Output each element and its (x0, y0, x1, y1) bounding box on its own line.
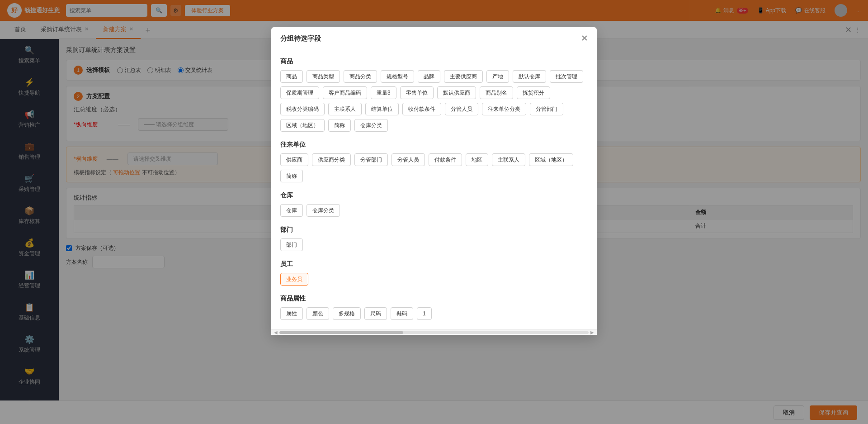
field-tag-5-3[interactable]: 尺码 (364, 307, 387, 320)
field-tag-0-22[interactable]: 分管部门 (530, 103, 563, 115)
hscroll-track (279, 331, 589, 334)
modal-dialog: 分组待选字段 ✕ 商品商品商品类型商品分类规格型号品牌主要供应商产地默认仓库批次… (271, 27, 597, 335)
modal-section-4: 员工业务员 (280, 260, 588, 286)
field-tag-0-12[interactable]: 零售单位 (400, 86, 434, 99)
field-tag-3-0[interactable]: 部门 (280, 238, 303, 251)
field-tags-4: 业务员 (280, 273, 588, 286)
field-tag-0-20[interactable]: 分管人员 (445, 103, 478, 115)
field-tags-5: 属性颜色多规格尺码鞋码1 (280, 307, 588, 320)
modal-section-5: 商品属性属性颜色多规格尺码鞋码1 (280, 295, 588, 320)
field-tag-0-21[interactable]: 往来单位分类 (482, 103, 526, 115)
field-tag-1-0[interactable]: 供应商 (280, 153, 308, 166)
field-tag-0-19[interactable]: 收付款条件 (402, 103, 441, 115)
hscroll-thumb (279, 331, 403, 334)
modal-close-button[interactable]: ✕ (581, 33, 588, 43)
field-tag-1-1[interactable]: 供应商分类 (312, 153, 351, 166)
field-tag-5-5[interactable]: 1 (417, 307, 432, 320)
section-title-5: 商品属性 (280, 295, 588, 303)
field-tag-0-5[interactable]: 主要供应商 (444, 70, 483, 83)
field-tag-1-4[interactable]: 付款条件 (429, 153, 462, 166)
field-tags-0: 商品商品类型商品分类规格型号品牌主要供应商产地默认仓库批次管理保质期管理客户商品… (280, 70, 588, 132)
modal-title: 分组待选字段 (280, 34, 321, 43)
modal-overlay: 分组待选字段 ✕ 商品商品商品类型商品分类规格型号品牌主要供应商产地默认仓库批次… (0, 0, 868, 424)
field-tag-0-9[interactable]: 保质期管理 (280, 86, 319, 99)
field-tag-4-0[interactable]: 业务员 (280, 273, 308, 286)
field-tag-0-8[interactable]: 批次管理 (550, 70, 583, 83)
field-tag-5-2[interactable]: 多规格 (333, 307, 361, 320)
modal-section-2: 仓库仓库仓库分类 (280, 191, 588, 217)
field-tag-0-10[interactable]: 客户商品编码 (323, 86, 367, 99)
field-tag-1-3[interactable]: 分管人员 (392, 153, 425, 166)
field-tag-0-1[interactable]: 商品类型 (307, 70, 340, 83)
field-tag-0-7[interactable]: 默认仓库 (513, 70, 546, 83)
field-tag-0-16[interactable]: 税收分类编码 (280, 103, 325, 115)
field-tag-0-4[interactable]: 品牌 (418, 70, 440, 83)
field-tag-0-13[interactable]: 默认供应商 (437, 86, 476, 99)
field-tag-0-0[interactable]: 商品 (280, 70, 303, 83)
field-tag-0-25[interactable]: 仓库分类 (354, 119, 388, 132)
field-tag-0-24[interactable]: 简称 (328, 119, 351, 132)
field-tags-2: 仓库仓库分类 (280, 204, 588, 217)
field-tag-5-1[interactable]: 颜色 (307, 307, 329, 320)
field-tag-0-17[interactable]: 主联系人 (328, 103, 362, 115)
field-tag-1-5[interactable]: 地区 (466, 153, 488, 166)
field-tag-1-7[interactable]: 区域（地区） (529, 153, 573, 166)
section-title-2: 仓库 (280, 191, 588, 200)
modal-horizontal-scrollbar[interactable]: ◀ ▶ (271, 329, 597, 335)
section-title-3: 部门 (280, 226, 588, 234)
field-tag-0-18[interactable]: 结算单位 (365, 103, 399, 115)
field-tag-0-11[interactable]: 重量3 (371, 86, 396, 99)
section-title-0: 商品 (280, 57, 588, 66)
field-tag-0-3[interactable]: 规格型号 (381, 70, 414, 83)
field-tag-0-14[interactable]: 商品别名 (480, 86, 513, 99)
field-tag-0-2[interactable]: 商品分类 (344, 70, 377, 83)
field-tag-5-4[interactable]: 鞋码 (391, 307, 413, 320)
modal-section-1: 往来单位供应商供应商分类分管部门分管人员付款条件地区主联系人区域（地区）简称 (280, 141, 588, 182)
field-tag-0-6[interactable]: 产地 (486, 70, 509, 83)
modal-section-0: 商品商品商品类型商品分类规格型号品牌主要供应商产地默认仓库批次管理保质期管理客户… (280, 57, 588, 132)
field-tag-0-15[interactable]: 拣货积分 (517, 86, 550, 99)
field-tag-1-8[interactable]: 简称 (280, 170, 303, 182)
modal-header: 分组待选字段 ✕ (271, 27, 597, 50)
field-tag-1-2[interactable]: 分管部门 (354, 153, 388, 166)
field-tags-1: 供应商供应商分类分管部门分管人员付款条件地区主联系人区域（地区）简称 (280, 153, 588, 182)
field-tag-0-23[interactable]: 区域（地区） (280, 119, 325, 132)
modal-body[interactable]: 商品商品商品类型商品分类规格型号品牌主要供应商产地默认仓库批次管理保质期管理客户… (271, 50, 597, 329)
modal-section-3: 部门部门 (280, 226, 588, 251)
field-tag-5-0[interactable]: 属性 (280, 307, 303, 320)
field-tags-3: 部门 (280, 238, 588, 251)
field-tag-1-6[interactable]: 主联系人 (492, 153, 525, 166)
field-tag-2-1[interactable]: 仓库分类 (307, 204, 340, 217)
section-title-1: 往来单位 (280, 141, 588, 149)
section-title-4: 员工 (280, 260, 588, 268)
field-tag-2-0[interactable]: 仓库 (280, 204, 303, 217)
